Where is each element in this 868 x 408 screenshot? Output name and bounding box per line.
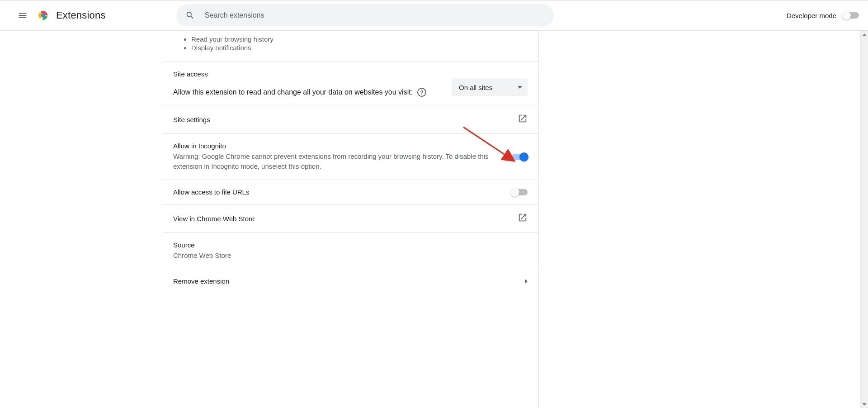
search-input[interactable] — [204, 11, 545, 20]
source-row: Source Chrome Web Store — [162, 233, 538, 269]
help-icon[interactable]: ? — [417, 88, 426, 97]
open-external-icon — [518, 213, 528, 224]
site-access-heading: Site access — [173, 70, 528, 78]
scroll-up-button[interactable] — [861, 31, 868, 38]
site-access-section: Site access Allow this extension to read… — [162, 62, 538, 105]
allow-incognito-toggle[interactable] — [511, 154, 528, 160]
permission-item: Display notifications — [191, 44, 528, 52]
allow-file-urls-toggle[interactable] — [511, 189, 528, 195]
content-viewport: Read your browsing history Display notif… — [0, 31, 868, 408]
allow-file-urls-row: Allow access to file URLs — [162, 180, 538, 204]
allow-incognito-warning: Warning: Google Chrome cannot prevent ex… — [173, 152, 498, 171]
allow-incognito-label: Allow in Incognito — [173, 142, 498, 150]
view-in-web-store-row[interactable]: View in Chrome Web Store — [162, 204, 538, 233]
chevron-right-icon — [525, 279, 528, 284]
chevron-down-icon — [518, 85, 522, 90]
site-settings-label: Site settings — [173, 116, 210, 123]
open-external-icon — [518, 114, 528, 125]
page-title: Extensions — [56, 9, 106, 21]
source-value: Chrome Web Store — [173, 251, 528, 261]
toolbar: Extensions Developer mode — [0, 0, 868, 31]
site-access-selected: On all sites — [459, 84, 492, 91]
remove-extension-label: Remove extension — [173, 277, 229, 285]
main-menu-button[interactable] — [14, 6, 32, 24]
developer-mode-toggle[interactable] — [843, 12, 859, 19]
search-icon — [185, 10, 195, 20]
chrome-logo-icon — [36, 9, 50, 22]
developer-mode-label: Developer mode — [787, 12, 836, 19]
remove-extension-row[interactable]: Remove extension — [162, 269, 538, 293]
site-settings-row[interactable]: Site settings — [162, 105, 538, 134]
site-access-description: Allow this extension to read and change … — [173, 88, 413, 96]
view-in-web-store-label: View in Chrome Web Store — [173, 215, 255, 223]
permissions-list: Read your browsing history Display notif… — [173, 35, 528, 52]
search-box[interactable] — [176, 4, 554, 27]
scroll-down-button[interactable] — [861, 400, 868, 408]
permission-item: Read your browsing history — [191, 35, 528, 43]
allow-file-urls-label: Allow access to file URLs — [173, 188, 249, 196]
vertical-scrollbar[interactable] — [860, 31, 868, 408]
extension-detail-card: Read your browsing history Display notif… — [162, 31, 539, 408]
allow-incognito-row: Allow in Incognito Warning: Google Chrom… — [162, 134, 538, 180]
source-label: Source — [173, 241, 528, 249]
site-access-dropdown[interactable]: On all sites — [452, 78, 528, 96]
menu-icon — [18, 10, 28, 20]
